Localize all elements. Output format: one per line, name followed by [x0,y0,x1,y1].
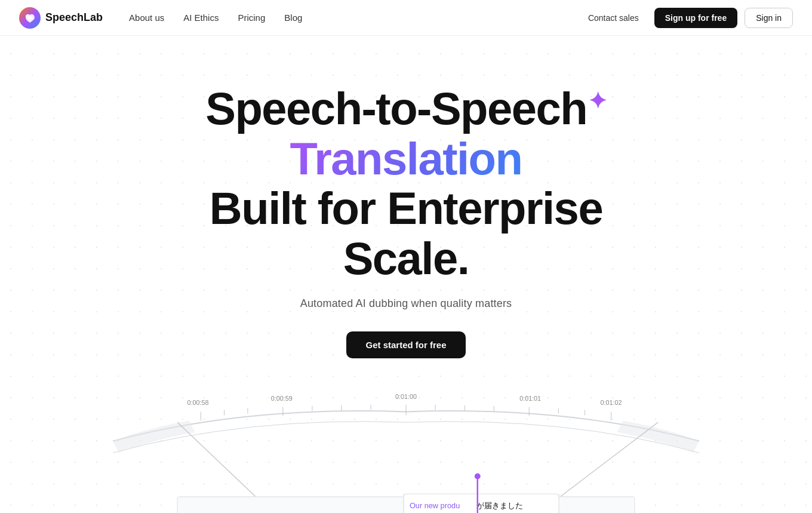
hero-title-text1: Speech-to-Speech [205,83,587,134]
hero-content: Speech-to-Speech✦Translation Built for E… [137,84,675,358]
ts-label-2: 0:01:00 [395,393,417,400]
nav-link-pricing[interactable]: Pricing [230,9,272,26]
nav-link-ai-ethics[interactable]: AI Ethics [176,9,226,26]
hero-subtitle: Automated AI dubbing when quality matter… [149,297,663,310]
signup-button[interactable]: Sign up for free [654,8,737,28]
hero-title-translation: Translation [290,133,522,184]
logo-icon [19,7,41,29]
navbar: SpeechLab About us AI Ethics Pricing Blo… [0,0,812,36]
timeline-illustration: 0:00:58 0:00:59 0:01:00 0:01:01 0:01:02 … [48,394,764,513]
ts-label-3: 0:01:01 [519,395,541,402]
timeline-svg: 0:00:58 0:00:59 0:01:00 0:01:01 0:01:02 … [84,394,728,513]
svg-point-179 [475,474,481,480]
caption-translation: が届きました [476,502,523,511]
hero-section: Speech-to-Speech✦Translation Built for E… [0,0,812,513]
svg-point-1 [28,16,32,20]
contact-sales-button[interactable]: Contact sales [580,8,647,27]
nav-links: About us AI Ethics Pricing Blog [122,9,309,26]
nav-right: Contact sales Sign up for free Sign in [580,8,793,28]
ts-label-0: 0:00:58 [187,399,208,406]
ts-label-1: 0:00:59 [271,395,293,402]
nav-left: SpeechLab About us AI Ethics Pricing Blo… [19,7,309,29]
caption-original: Our new produ [410,502,460,511]
plus-icon: ✦ [588,89,607,114]
cta-button[interactable]: Get started for free [346,331,465,358]
hero-title-line2: Built for Enterprise Scale. [149,183,663,283]
signin-button[interactable]: Sign in [745,8,793,28]
logo-text: SpeechLab [45,11,103,24]
hero-title: Speech-to-Speech✦Translation Built for E… [149,84,663,283]
nav-link-blog[interactable]: Blog [277,9,309,26]
ts-label-4: 0:01:02 [601,399,622,406]
nav-link-about[interactable]: About us [122,9,171,26]
hero-title-line1: Speech-to-Speech✦Translation [149,84,663,183]
logo[interactable]: SpeechLab [19,7,103,29]
